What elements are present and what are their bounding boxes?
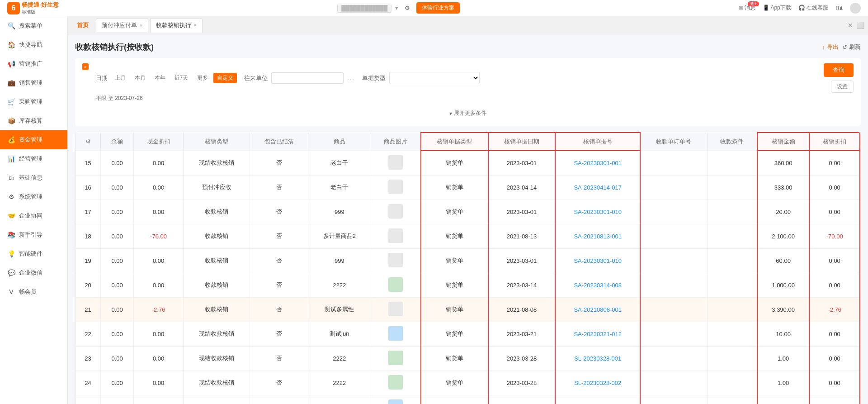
cell-cash-discount: 0.00 xyxy=(134,151,184,175)
doc-no-link[interactable]: SA-20230301-001 xyxy=(574,160,622,166)
doc-no-link[interactable]: SA-20230321-012 xyxy=(574,331,622,337)
sidebar-item-guide[interactable]: 📚 新手引导 xyxy=(0,225,67,244)
cell-verify-type: 收款核销 xyxy=(184,248,250,273)
doc-no-link[interactable]: SL-20230328-001 xyxy=(574,355,621,362)
collapse-arrow[interactable]: » xyxy=(82,63,89,70)
sidebar-item-sales[interactable]: 💼 销售管理 xyxy=(0,73,67,92)
cell-doc-no[interactable]: SA-20230414-017 xyxy=(555,175,640,200)
cell-verify-discount: -70.00 xyxy=(809,224,860,248)
app-download-btn[interactable]: 📱 App下载 xyxy=(763,4,791,12)
doc-no-link[interactable]: SA-20230314-008 xyxy=(574,282,622,289)
counterpart-dots-btn[interactable]: ... xyxy=(347,75,355,81)
filter-counterpart: 往来单位 ... xyxy=(244,72,355,84)
user-name: Rit xyxy=(835,5,843,11)
cell-doc-date: 2023-03-28 xyxy=(488,371,556,395)
th-include-settled: 包含已结清 xyxy=(250,133,308,151)
cell-cash-discount: 0.00 xyxy=(134,175,184,200)
cell-doc-no[interactable]: SA-20210808-001 xyxy=(555,297,640,322)
refresh-btn[interactable]: ↺ 刷新 xyxy=(842,43,861,51)
sidebar-item-inventory[interactable]: 📦 库存核算 xyxy=(0,111,67,130)
doc-no-link[interactable]: SA-20230301-010 xyxy=(574,257,622,264)
table-row: 25 0.00 0.00 现结收款核销 否 测试jun 销货退货单 2023-0… xyxy=(75,395,860,404)
th-settings[interactable]: ⚙ xyxy=(75,133,101,151)
sidebar-item-ops[interactable]: 📊 经营管理 xyxy=(0,149,67,168)
cell-goods-img xyxy=(371,322,421,346)
doc-no-link[interactable]: SL-20230328-002 xyxy=(574,380,621,386)
sidebar-item-system[interactable]: ⚙ 系统管理 xyxy=(0,187,67,206)
sidebar-item-member[interactable]: V 畅会员 xyxy=(0,282,67,301)
cell-verify-amount: 10.00 xyxy=(757,322,810,346)
tab2-close-icon[interactable]: × xyxy=(194,23,197,28)
cell-doc-no[interactable]: SL-20230328-001 xyxy=(555,346,640,371)
settings-btn[interactable]: ⚙ xyxy=(402,3,413,14)
cell-goods: 2222 xyxy=(308,371,371,395)
cell-doc-no[interactable]: SA-20230301-010 xyxy=(555,200,640,224)
cell-receipt-condition xyxy=(707,200,757,224)
sidebar-item-base[interactable]: 🗂 基础信息 xyxy=(0,168,67,187)
tab-bar: 首页 预付冲应付单 × 收款核销执行 × ✕ ⬜ xyxy=(68,16,868,34)
cell-verify-amount: 60.00 xyxy=(757,248,810,273)
sidebar-item-hardware[interactable]: 💡 智能硬件 xyxy=(0,244,67,263)
sidebar-item-quicknav[interactable]: 🏠 快捷导航 xyxy=(0,35,67,54)
cell-doc-no[interactable]: SA-20230301-001 xyxy=(555,151,640,175)
btn-last-month[interactable]: 上月 xyxy=(111,73,129,83)
cell-cash-discount: 0.00 xyxy=(134,395,184,404)
doc-type-select[interactable] xyxy=(389,72,480,84)
maximize-icon[interactable]: ⬜ xyxy=(857,22,864,29)
messages-btn[interactable]: ✉ 消息 99+ xyxy=(739,4,755,12)
doc-no-link[interactable]: SA-20210813-001 xyxy=(574,233,622,240)
app-icon: 📱 xyxy=(763,5,769,11)
sidebar-item-finance[interactable]: 💰 资金管理 xyxy=(0,130,67,149)
date-range-display: 不限 至 2023-07-26 xyxy=(96,95,854,102)
th-doc-date: 核销单据日期 xyxy=(488,133,556,151)
doc-no-link[interactable]: SA-20230301-010 xyxy=(574,209,622,215)
tab1-close-icon[interactable]: × xyxy=(140,23,142,28)
cell-id: 18 xyxy=(75,224,101,248)
btn-custom[interactable]: 自定义 xyxy=(213,73,237,83)
sidebar-item-wechat[interactable]: 💬 企业微信 xyxy=(0,263,67,282)
hardware-icon: 💡 xyxy=(7,250,15,258)
user-avatar[interactable] xyxy=(850,3,861,14)
cell-doc-no[interactable]: SA-20210813-001 xyxy=(555,224,640,248)
expand-btn[interactable]: ▾ 展开更多条件 xyxy=(449,109,486,117)
btn-last7[interactable]: 近7天 xyxy=(171,73,192,83)
cell-doc-no[interactable]: SA-20230321-012 xyxy=(555,322,640,346)
sidebar-item-purchase[interactable]: 🛒 采购管理 xyxy=(0,92,67,111)
setting-btn[interactable]: 设置 xyxy=(831,81,854,93)
sidebar-item-search[interactable]: 🔍 搜索菜单 xyxy=(0,16,67,35)
tab-home[interactable]: 首页 xyxy=(71,19,94,32)
cell-id: 25 xyxy=(75,395,101,404)
cell-receipt-condition xyxy=(707,248,757,273)
sidebar-item-marketing[interactable]: 📢 营销推广 xyxy=(0,54,67,73)
btn-more[interactable]: 更多 xyxy=(193,73,212,83)
sidebar-item-corp[interactable]: 🤝 企业协同 xyxy=(0,206,67,225)
query-btn[interactable]: 查询 xyxy=(824,63,854,77)
btn-this-year[interactable]: 本年 xyxy=(151,73,169,83)
tab-verify[interactable]: 收款核销执行 × xyxy=(150,18,203,33)
cell-balance: 0.00 xyxy=(101,322,134,346)
th-balance: 余额 xyxy=(101,133,134,151)
cell-doc-no[interactable]: SA-20230314-008 xyxy=(555,273,640,297)
doc-no-link[interactable]: SA-20210808-001 xyxy=(574,306,622,313)
company-selector[interactable]: ████████████ xyxy=(337,4,392,13)
counterpart-input[interactable] xyxy=(271,72,344,84)
export-btn[interactable]: ↑ 导出 xyxy=(822,43,839,51)
btn-this-month[interactable]: 本月 xyxy=(131,73,149,83)
marketing-icon: 📢 xyxy=(7,60,15,68)
online-support-btn[interactable]: 🎧 在线客服 xyxy=(798,4,828,12)
close-window-icon[interactable]: ✕ xyxy=(848,22,853,29)
dropdown-icon[interactable]: ▾ xyxy=(395,5,398,11)
header-actions: ↑ 导出 ↺ 刷新 xyxy=(822,43,861,51)
industry-btn[interactable]: 体验行业方案 xyxy=(416,2,460,14)
cell-include-settled: 否 xyxy=(250,151,308,175)
cell-goods-img xyxy=(371,151,421,175)
cell-doc-no[interactable]: SA-20230301-010 xyxy=(555,248,640,273)
cell-doc-no[interactable]: SA-20230331-026 xyxy=(555,395,640,404)
tab-prepay[interactable]: 预付冲应付单 × xyxy=(96,18,148,32)
cell-doc-no[interactable]: SL-20230328-002 xyxy=(555,371,640,395)
sidebar-label-system: 系统管理 xyxy=(19,193,42,201)
cell-balance: 0.00 xyxy=(101,151,134,175)
cell-goods-img xyxy=(371,248,421,273)
doc-no-link[interactable]: SA-20230414-017 xyxy=(574,184,622,191)
cell-include-settled: 否 xyxy=(250,395,308,404)
